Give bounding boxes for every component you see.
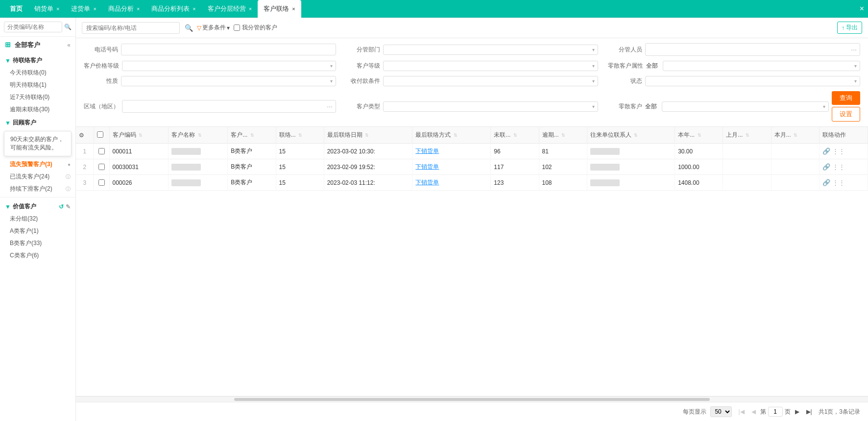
- row-last-way-0[interactable]: 下销货单: [412, 144, 491, 159]
- sidebar-search-icon[interactable]: 🔍: [64, 24, 72, 30]
- filter-search-input[interactable]: [82, 22, 180, 34]
- filter-payment-dropdown[interactable]: ▾: [383, 76, 598, 86]
- filter-nature-dropdown[interactable]: ▾: [121, 76, 336, 86]
- col-code-label: 客户编码: [113, 131, 136, 138]
- row-checkbox-1[interactable]: [98, 164, 105, 170]
- col-unit-contact[interactable]: 往来单位联系人 ⇅: [587, 127, 675, 144]
- sidebar-item-retaining[interactable]: 持续下滑客户(2) ⓘ: [0, 183, 75, 195]
- row-type-1: B类客户: [228, 159, 276, 175]
- sidebar-item-lost[interactable]: 已流失客户(24) ⓘ: [0, 171, 75, 183]
- col-contact[interactable]: 联络... ⇅: [276, 127, 324, 144]
- action-more-icon-0[interactable]: ⋮⋮: [832, 148, 845, 155]
- sidebar-item-overdue[interactable]: 逾期未联络(30): [0, 103, 75, 116]
- prev-page-button[interactable]: ◀: [749, 407, 758, 416]
- value-edit-icon[interactable]: ✎: [66, 203, 71, 210]
- tab-analysis-close[interactable]: ×: [137, 6, 140, 12]
- sidebar-item-tomorrow[interactable]: 明天待联络(1): [0, 79, 75, 91]
- my-customers-check[interactable]: [234, 25, 240, 31]
- col-this-year[interactable]: 本年... ⇅: [675, 127, 723, 144]
- filter-person-field[interactable]: ···: [645, 43, 860, 56]
- filter-cust-type-dropdown[interactable]: ▾: [383, 101, 598, 112]
- sidebar-section-value[interactable]: ▼ 价值客户 ↺ ✎: [0, 199, 75, 213]
- filter-retail-attr-dropdown[interactable]: ▾: [663, 61, 860, 71]
- region-dotted-icon[interactable]: ···: [327, 102, 333, 110]
- header-checkbox[interactable]: [97, 131, 103, 138]
- col-last-month[interactable]: 上月... ⇅: [723, 127, 771, 144]
- my-customers-checkbox[interactable]: 我分管的客户: [234, 24, 277, 32]
- filter-dept-dropdown[interactable]: ▾: [383, 45, 598, 55]
- first-page-button[interactable]: |◀: [736, 407, 747, 416]
- col-no-contact-label: 未联...: [494, 131, 510, 138]
- row-checkbox-0[interactable]: [98, 148, 105, 154]
- scrollbar-thumb[interactable]: [234, 398, 709, 401]
- col-no-contact[interactable]: 未联... ⇅: [491, 127, 539, 144]
- per-page-select[interactable]: 50: [710, 406, 732, 417]
- row-last-way-1[interactable]: 下销货单: [412, 159, 491, 175]
- last-page-button[interactable]: ▶|: [804, 407, 815, 416]
- settings-button[interactable]: 设置: [832, 107, 860, 122]
- row-last-date-0: 2023-03-02 10:30:: [324, 144, 412, 159]
- action-link-icon-2[interactable]: 🔗: [822, 179, 830, 186]
- col-code[interactable]: 客户编码 ⇅: [109, 127, 169, 144]
- value-refresh-icon[interactable]: ↺: [59, 203, 64, 210]
- col-name[interactable]: 客户名称 ⇅: [169, 127, 228, 144]
- sidebar-section-review[interactable]: ▼ 回顾客户: [0, 116, 75, 129]
- horizontal-scrollbar[interactable]: [76, 396, 868, 402]
- action-more-icon-2[interactable]: ⋮⋮: [832, 179, 845, 186]
- action-link-icon-0[interactable]: 🔗: [822, 148, 830, 155]
- filter-more-button[interactable]: ▽ 更多条件 ▾: [197, 24, 230, 32]
- sidebar-search-input[interactable]: [4, 22, 62, 32]
- col-last-date[interactable]: 最后联络日期 ⇅: [324, 127, 412, 144]
- row-last-way-2[interactable]: 下销货单: [412, 175, 491, 191]
- filter-cust-tier-dropdown[interactable]: ▾: [383, 61, 598, 71]
- sidebar-item-today[interactable]: 今天待联络(0): [0, 67, 75, 79]
- sidebar-all-customers[interactable]: ⊞ 全部客户 «: [0, 37, 75, 53]
- filter-phone-input[interactable]: [121, 44, 336, 55]
- tab-purchase[interactable]: 进货单 ×: [65, 0, 102, 18]
- page-number-input[interactable]: [768, 407, 783, 417]
- tab-analysis-list-label: 商品分析列表: [151, 4, 190, 13]
- row-check-1: [94, 159, 109, 175]
- tab-analysis-list[interactable]: 商品分析列表 ×: [145, 0, 201, 18]
- action-more-icon-1[interactable]: ⋮⋮: [832, 163, 845, 171]
- row-check-0: [94, 144, 109, 159]
- tab-analysis[interactable]: 商品分析 ×: [102, 0, 145, 18]
- next-page-button[interactable]: ▶: [793, 407, 802, 416]
- filter-search-button[interactable]: 🔍: [185, 24, 193, 32]
- sidebar-item-class-c[interactable]: C类客户(6): [0, 249, 75, 262]
- filter-region-field[interactable]: ···: [122, 100, 336, 113]
- close-window-button[interactable]: ×: [860, 4, 864, 13]
- export-button[interactable]: ↑ 导出: [837, 22, 862, 34]
- action-link-icon-1[interactable]: 🔗: [822, 163, 830, 171]
- sidebar-item-unsorted[interactable]: 未分组(32): [0, 213, 75, 225]
- tab-home[interactable]: 首页: [4, 0, 28, 18]
- query-button[interactable]: 查询: [832, 91, 860, 105]
- sidebar-section-pending[interactable]: ▼ 待联络客户: [0, 53, 75, 67]
- col-this-month[interactable]: 本月... ⇅: [771, 127, 819, 144]
- filter-cust-tier-label: 客户等级: [346, 62, 380, 70]
- tab-customer-contact[interactable]: 客户联络 ×: [258, 0, 301, 18]
- person-dotted-icon[interactable]: ···: [851, 46, 857, 53]
- sidebar-item-week[interactable]: 近7天待联络(0): [0, 91, 75, 103]
- export-label: 导出: [846, 24, 858, 32]
- col-last-date-label: 最后联络日期: [327, 131, 362, 138]
- col-type[interactable]: 客户... ⇅: [228, 127, 276, 144]
- filter-status-dropdown[interactable]: ▾: [645, 76, 860, 86]
- table-row: 1 000011 B类客户 15 2023-03-02 10:30: 下销货单 …: [76, 144, 868, 159]
- tab-sales-close[interactable]: ×: [56, 6, 59, 12]
- sidebar-item-losing[interactable]: 流失预警客户(3) ●: [0, 158, 75, 171]
- row-checkbox-2[interactable]: [98, 179, 105, 186]
- filter-retail-dropdown[interactable]: ▾: [662, 101, 829, 112]
- tab-customer-contact-close[interactable]: ×: [292, 6, 295, 12]
- col-last-way[interactable]: 最后联络方式 ⇅: [412, 127, 491, 144]
- filter-price-tier-dropdown[interactable]: ▾: [122, 61, 336, 71]
- tab-sales[interactable]: 销货单 ×: [28, 0, 65, 18]
- col-overdue[interactable]: 逾期... ⇅: [539, 127, 587, 144]
- tab-analysis-list-close[interactable]: ×: [193, 6, 195, 12]
- tab-customer-tier[interactable]: 客户分层经营 ×: [202, 0, 258, 18]
- col-settings[interactable]: ⚙: [76, 127, 94, 144]
- tab-purchase-close[interactable]: ×: [93, 6, 96, 12]
- sidebar-item-class-a[interactable]: A类客户(1): [0, 225, 75, 237]
- sidebar-item-class-b[interactable]: B类客户(33): [0, 237, 75, 249]
- tab-customer-tier-close[interactable]: ×: [249, 6, 252, 12]
